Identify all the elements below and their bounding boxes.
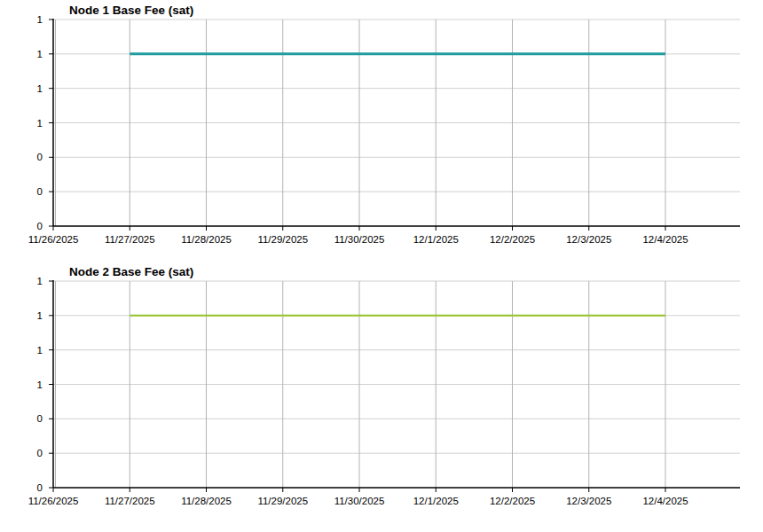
y-tick-label: 0 bbox=[37, 186, 43, 197]
x-tick-label: 11/27/2025 bbox=[105, 496, 155, 506]
chart-title: Node 2 Base Fee (sat) bbox=[69, 265, 193, 278]
y-tick-label: 1 bbox=[37, 14, 43, 25]
base-fee-report-page: 111100011/26/202511/27/202511/28/202511/… bbox=[0, 0, 763, 523]
chart-node-1-base-fee: 111100011/26/202511/27/202511/28/202511/… bbox=[0, 0, 763, 262]
x-tick-label: 11/28/2025 bbox=[181, 234, 232, 245]
y-tick-label: 0 bbox=[37, 221, 43, 231]
x-tick-label: 11/26/2025 bbox=[28, 234, 79, 245]
y-tick-label: 1 bbox=[37, 379, 43, 390]
x-tick-label: 12/2/2025 bbox=[490, 234, 535, 245]
y-tick-label: 1 bbox=[37, 49, 43, 59]
x-tick-label: 12/4/2025 bbox=[642, 234, 688, 245]
x-tick-label: 12/2/2025 bbox=[490, 496, 535, 506]
x-tick-label: 12/3/2025 bbox=[566, 234, 611, 245]
chart-node-1-canvas: 111100011/26/202511/27/202511/28/202511/… bbox=[0, 0, 763, 262]
x-tick-label: 12/1/2025 bbox=[413, 496, 459, 506]
chart-title: Node 1 Base Fee (sat) bbox=[69, 4, 193, 17]
x-tick-label: 11/29/2025 bbox=[257, 496, 308, 506]
y-tick-label: 0 bbox=[37, 152, 43, 162]
x-tick-label: 11/30/2025 bbox=[334, 234, 385, 245]
x-tick-label: 12/4/2025 bbox=[642, 496, 688, 506]
y-tick-label: 1 bbox=[37, 345, 43, 356]
chart-node-2-canvas: 111100011/26/202511/27/202511/28/202511/… bbox=[0, 262, 763, 523]
y-tick-label: 1 bbox=[37, 276, 43, 286]
y-tick-label: 1 bbox=[37, 83, 43, 94]
x-tick-label: 12/1/2025 bbox=[413, 234, 459, 245]
y-tick-label: 0 bbox=[37, 448, 43, 458]
y-tick-label: 1 bbox=[37, 310, 43, 321]
x-tick-label: 11/30/2025 bbox=[334, 496, 385, 506]
x-tick-label: 11/28/2025 bbox=[181, 496, 232, 506]
x-tick-label: 11/29/2025 bbox=[257, 234, 308, 245]
chart-node-2-base-fee: 111100011/26/202511/27/202511/28/202511/… bbox=[0, 262, 763, 523]
y-tick-label: 0 bbox=[37, 413, 43, 424]
y-tick-label: 0 bbox=[37, 482, 43, 493]
x-tick-label: 11/27/2025 bbox=[105, 234, 155, 245]
x-tick-label: 12/3/2025 bbox=[566, 496, 611, 506]
y-tick-label: 1 bbox=[37, 118, 43, 129]
x-tick-label: 11/26/2025 bbox=[28, 496, 79, 506]
